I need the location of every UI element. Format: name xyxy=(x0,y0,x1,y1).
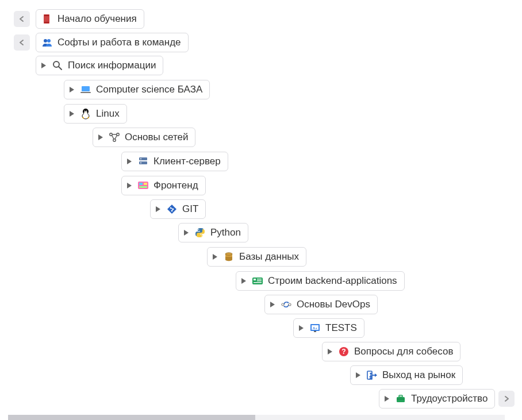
svg-line-18 xyxy=(115,136,117,140)
expand-triangle-icon[interactable] xyxy=(184,230,189,236)
svg-rect-41 xyxy=(254,282,262,283)
svg-point-23 xyxy=(140,163,141,164)
node-label: Строим backend-applications xyxy=(268,275,397,287)
svg-rect-2 xyxy=(44,22,49,23)
svg-point-22 xyxy=(140,159,141,160)
svg-rect-1 xyxy=(44,15,49,16)
svg-rect-8 xyxy=(80,92,91,93)
node-label: Основы DevOps xyxy=(297,299,370,310)
database-icon xyxy=(223,252,235,262)
tux-icon xyxy=(80,108,91,120)
expand-triangle-icon[interactable] xyxy=(156,206,160,212)
nav-left-button[interactable] xyxy=(14,11,30,27)
expand-triangle-icon[interactable] xyxy=(127,183,132,188)
node-n14[interactable]: ?Вопросы для собесов xyxy=(322,342,460,361)
node-n4[interactable]: Linux xyxy=(64,104,127,124)
svg-rect-7 xyxy=(82,86,90,91)
node-n5[interactable]: Основы сетей xyxy=(93,128,195,147)
node-n12[interactable]: Основы DevOps xyxy=(264,295,378,314)
scroll-thumb[interactable] xyxy=(8,415,255,420)
svg-line-17 xyxy=(112,136,114,140)
python-icon xyxy=(194,228,206,238)
devops-icon xyxy=(281,300,292,309)
node-n6[interactable]: Клиент-сервер xyxy=(121,152,228,171)
people-blue-icon xyxy=(41,38,53,47)
node-label: Трудоустройство xyxy=(411,393,488,404)
svg-point-13 xyxy=(86,111,87,112)
expand-triangle-icon[interactable] xyxy=(98,134,103,140)
git-icon xyxy=(166,204,178,214)
node-label: GIT xyxy=(182,203,198,215)
node-n7[interactable]: Фронтенд xyxy=(121,176,206,195)
briefcase-icon xyxy=(395,394,406,403)
expand-triangle-icon[interactable] xyxy=(356,372,360,378)
svg-point-34 xyxy=(201,236,202,237)
expand-triangle-icon[interactable] xyxy=(385,396,389,402)
node-n15[interactable]: Выход на рынок xyxy=(350,365,463,385)
node-label: Фронтенд xyxy=(153,180,198,191)
node-n11[interactable]: Строим backend-applications xyxy=(236,271,405,291)
book-red-icon xyxy=(41,14,53,24)
node-label: Выход на рынок xyxy=(382,369,455,381)
nav-left-button[interactable] xyxy=(14,34,30,51)
expand-triangle-icon[interactable] xyxy=(328,349,332,355)
expand-triangle-icon[interactable] xyxy=(127,159,132,164)
node-label: TESTS xyxy=(325,322,357,334)
svg-point-33 xyxy=(198,229,199,230)
server-icon xyxy=(137,156,149,167)
node-label: Linux xyxy=(96,108,120,120)
node-n3[interactable]: Computer science БАЗА xyxy=(64,80,210,99)
svg-rect-27 xyxy=(139,186,147,188)
expand-triangle-icon[interactable] xyxy=(299,325,304,331)
node-n16[interactable]: Трудоустройство xyxy=(379,389,495,409)
node-label: Computer science БАЗА xyxy=(96,84,202,95)
svg-rect-49 xyxy=(314,331,316,332)
node-label: Вопросы для собесов xyxy=(354,346,453,357)
svg-line-6 xyxy=(59,67,62,70)
svg-marker-53 xyxy=(375,373,377,377)
svg-rect-26 xyxy=(144,183,147,185)
question-icon: ? xyxy=(338,346,350,357)
svg-point-54 xyxy=(370,372,371,374)
svg-point-11 xyxy=(84,111,87,116)
svg-rect-25 xyxy=(139,183,143,185)
node-label: Основы сетей xyxy=(125,132,188,143)
expand-triangle-icon[interactable] xyxy=(41,63,46,68)
node-n1[interactable]: Софты и работа в команде xyxy=(36,33,189,52)
expand-triangle-icon[interactable] xyxy=(270,302,275,307)
svg-rect-57 xyxy=(397,399,405,399)
expand-triangle-icon[interactable] xyxy=(70,111,74,117)
svg-rect-56 xyxy=(399,395,402,397)
svg-point-16 xyxy=(113,139,116,141)
svg-point-4 xyxy=(47,39,51,43)
node-label: Поиск информации xyxy=(68,60,156,71)
svg-marker-43 xyxy=(283,306,285,307)
svg-rect-24 xyxy=(138,182,148,189)
node-n8[interactable]: GIT xyxy=(150,199,206,219)
node-n0[interactable]: Начало обучения xyxy=(36,9,144,29)
node-n9[interactable]: Python xyxy=(178,223,248,242)
node-n13[interactable]: A+TESTS xyxy=(293,318,364,338)
svg-text:?: ? xyxy=(341,348,346,356)
expand-triangle-icon[interactable] xyxy=(213,254,217,260)
horizontal-scrollbar[interactable] xyxy=(8,415,505,420)
node-label: Софты и работа в команде xyxy=(57,37,181,48)
exit-icon xyxy=(366,370,378,380)
svg-marker-42 xyxy=(287,302,289,303)
magnifier-icon xyxy=(52,60,63,71)
svg-rect-38 xyxy=(254,279,256,280)
expand-triangle-icon[interactable] xyxy=(70,87,74,93)
svg-text:A+: A+ xyxy=(313,326,317,330)
svg-point-3 xyxy=(44,39,47,43)
node-label: Базы данных xyxy=(239,251,299,263)
tests-icon: A+ xyxy=(309,323,321,333)
canvas: Начало обученияСофты и работа в командеП… xyxy=(0,0,522,420)
svg-rect-39 xyxy=(257,279,262,279)
expand-triangle-icon[interactable] xyxy=(241,278,246,284)
node-label: Начало обучения xyxy=(57,13,137,25)
node-n2[interactable]: Поиск информации xyxy=(36,56,163,75)
svg-point-12 xyxy=(85,111,86,112)
node-n10[interactable]: Базы данных xyxy=(207,247,306,267)
network-icon xyxy=(109,132,120,142)
nav-right-button[interactable] xyxy=(498,391,515,407)
